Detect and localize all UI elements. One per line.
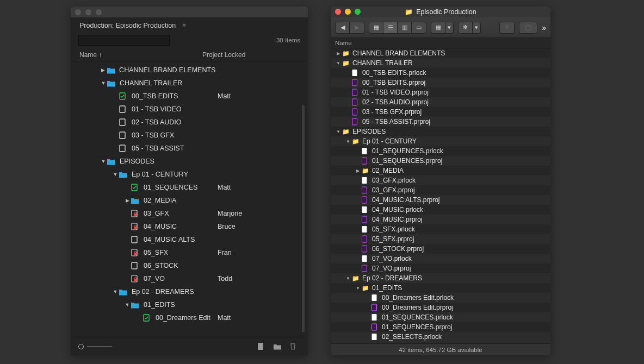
file-row[interactable]: 04_MUSIC ALTS.prproj — [331, 195, 550, 205]
file-row[interactable]: 04_MUSIC.prlock — [331, 205, 550, 215]
disclosure-triangle[interactable]: ▼ — [112, 289, 119, 294]
toolbar-overflow-icon[interactable]: » — [542, 23, 546, 32]
window-titlebar[interactable] — [71, 7, 308, 17]
close-button[interactable] — [335, 9, 341, 15]
tree-row[interactable]: ▼EPISODES — [75, 155, 306, 168]
tree-row[interactable]: 07_VOTodd — [75, 272, 306, 285]
zoom-button[interactable] — [355, 9, 361, 15]
tree-row[interactable]: 04_MUSIC ALTS — [75, 233, 306, 246]
tree-row[interactable]: 01 - TSB VIDEO — [75, 103, 306, 116]
file-row[interactable]: 00_Dreamers Edit.prproj — [331, 303, 550, 312]
disclosure-triangle[interactable]: ▼ — [124, 302, 131, 307]
close-dot[interactable] — [75, 9, 81, 15]
action-chevron-icon[interactable]: ▾ — [473, 22, 480, 33]
file-row[interactable]: ▶📁CHANNEL BRAND ELEMENTS — [331, 48, 550, 58]
back-button[interactable]: ◀ — [336, 22, 350, 33]
disclosure-triangle[interactable]: ▶ — [124, 198, 131, 203]
arrange-chevron-icon[interactable]: ▾ — [445, 22, 453, 33]
minimize-dot[interactable] — [85, 9, 91, 15]
file-row[interactable]: 04_MUSIC.prproj — [331, 215, 550, 224]
file-row[interactable]: 05_SFX.prlock — [331, 224, 550, 234]
tree-row[interactable]: ▼Ep 02 - DREAMERS — [75, 285, 306, 298]
disclosure-triangle[interactable]: ▶ — [355, 168, 361, 173]
tree-row[interactable]: 04_MUSICBruce — [75, 220, 306, 233]
column-view-button[interactable]: ▥ — [398, 22, 412, 33]
disclosure-triangle[interactable]: ▼ — [335, 61, 342, 66]
disclosure-triangle[interactable]: ▼ — [100, 159, 107, 164]
tree-row[interactable]: ▶02_MEDIA — [75, 194, 306, 207]
file-row[interactable]: 05 - TSB ASSIST.prproj — [331, 117, 550, 127]
file-row[interactable]: 02 - TSB AUDIO.prproj — [331, 97, 550, 107]
scrollbar[interactable] — [302, 105, 305, 332]
minimize-button[interactable] — [345, 9, 351, 15]
tree-row[interactable]: 02 - TSB AUDIO — [75, 116, 306, 129]
arrange-button[interactable]: ▦ — [431, 22, 445, 33]
file-row[interactable]: 03_GFX.prlock — [331, 175, 550, 185]
tree-row[interactable]: 01_SEQUENCESMatt — [75, 181, 306, 194]
file-row[interactable]: 03_GFX.prproj — [331, 185, 550, 195]
trash-icon[interactable] — [289, 342, 300, 350]
finder-titlebar[interactable]: 📁 Episodic Production — [331, 7, 550, 17]
col-locked[interactable]: Project Locked — [202, 51, 245, 59]
project-tree[interactable]: ▶CHANNEL BRAND ELEMENTS▼CHANNEL TRAILER0… — [71, 61, 308, 332]
tree-row[interactable]: 05_SFXFran — [75, 246, 306, 259]
file-list[interactable]: ▶📁CHANNEL BRAND ELEMENTS▼📁CHANNEL TRAILE… — [331, 48, 550, 343]
list-view-button[interactable]: ☰ — [383, 22, 398, 33]
tags-button[interactable]: ◯ — [519, 22, 537, 33]
tree-row[interactable]: 05 - TSB ASSIST — [75, 142, 306, 155]
column-headers[interactable]: Name ↑ Project Locked — [71, 47, 308, 61]
search-input[interactable] — [78, 35, 170, 46]
forward-button[interactable]: ▶ — [350, 22, 364, 33]
file-row[interactable]: 03 - TSB GFX.prproj — [331, 107, 550, 117]
gear-icon[interactable]: ✻ — [459, 22, 473, 33]
file-row[interactable]: 00_TSB EDITS.prlock — [331, 68, 550, 78]
file-row[interactable]: 06_STOCK.prproj — [331, 244, 550, 254]
zoom-dot[interactable] — [96, 9, 102, 15]
col-name[interactable]: Name ↑ — [79, 51, 202, 59]
tree-row[interactable]: ▶CHANNEL BRAND ELEMENTS — [75, 64, 306, 77]
file-row[interactable]: ▼📁CHANNEL TRAILER — [331, 58, 550, 68]
new-item-icon[interactable] — [257, 342, 268, 351]
file-row[interactable]: ▼📁EPISODES — [331, 127, 550, 136]
file-row[interactable]: 01_SEQUENCES.prproj — [331, 322, 550, 332]
gallery-view-button[interactable]: ▭ — [412, 22, 426, 33]
file-name: 03 - TSB GFX.prproj — [362, 108, 422, 116]
file-row[interactable]: 07_VO.prlock — [331, 254, 550, 263]
tree-row[interactable]: 03_GFXMarjorie — [75, 207, 306, 220]
panel-menu-icon[interactable]: ≡ — [182, 22, 185, 29]
new-folder-icon[interactable] — [273, 343, 284, 350]
file-row[interactable]: ▶📁02_MEDIA — [331, 166, 550, 175]
column-header-name[interactable]: Name — [331, 38, 550, 48]
file-row[interactable]: 02_SELECTS.prlock — [331, 332, 550, 342]
file-row[interactable]: 00_TSB EDITS.prproj — [331, 78, 550, 87]
tree-row[interactable]: ▼Ep 01 - CENTURY — [75, 168, 306, 181]
svg-rect-22 — [362, 265, 367, 272]
file-row[interactable]: ▼📁Ep 01 - CENTURY — [331, 136, 550, 146]
disclosure-triangle[interactable]: ▼ — [345, 139, 351, 144]
tree-row[interactable]: 06_STOCK — [75, 259, 306, 272]
file-row[interactable]: ▼📁Ep 02 - DREAMERS — [331, 273, 550, 283]
file-row[interactable]: 01_SEQUENCES.prproj — [331, 156, 550, 166]
tree-row[interactable]: 00_TSB EDITSMatt — [75, 90, 306, 103]
disclosure-triangle[interactable]: ▼ — [112, 172, 119, 177]
file-row[interactable]: ▼📁01_EDITS — [331, 283, 550, 293]
disclosure-triangle[interactable]: ▼ — [100, 80, 107, 86]
file-row[interactable]: 01_SEQUENCES.prlock — [331, 312, 550, 322]
file-row[interactable]: 07_VO.prproj — [331, 263, 550, 273]
disclosure-triangle[interactable]: ▶ — [335, 51, 342, 56]
file-row[interactable]: 01_SEQUENCES.prlock — [331, 146, 550, 156]
tree-row[interactable]: ▼CHANNEL TRAILER — [75, 77, 306, 90]
file-row[interactable]: 05_SFX.prproj — [331, 234, 550, 244]
tree-row[interactable]: 03 - TSB GFX — [75, 129, 306, 142]
disclosure-triangle[interactable]: ▼ — [335, 129, 342, 134]
file-row[interactable]: 01 - TSB VIDEO.prproj — [331, 87, 550, 97]
icon-view-button[interactable]: ▦ — [369, 22, 383, 33]
tree-row[interactable]: ▼01_EDITS — [75, 298, 306, 311]
disclosure-triangle[interactable]: ▶ — [100, 67, 107, 73]
tree-row[interactable]: 00_Dreamers EditMatt — [75, 311, 306, 324]
share-button[interactable]: ⇪ — [500, 22, 514, 33]
disclosure-triangle[interactable]: ▼ — [355, 286, 361, 291]
disclosure-triangle[interactable]: ▼ — [345, 276, 351, 281]
zoom-slider[interactable] — [78, 344, 112, 349]
file-row[interactable]: 00_Dreamers Edit.prlock — [331, 293, 550, 303]
